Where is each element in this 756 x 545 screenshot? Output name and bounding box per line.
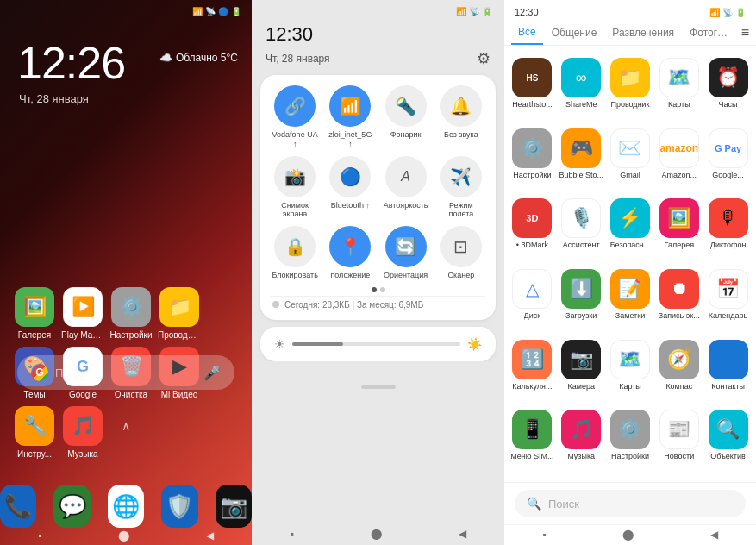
list-item[interactable]: 🗺️ Карты	[654, 53, 703, 123]
qs-item-scanner[interactable]: ⊡ Сканер	[437, 226, 485, 280]
list-item[interactable]: 🔍 Объектив	[703, 404, 753, 475]
list-item[interactable]: ⚙️ Настройки	[508, 123, 557, 194]
list-item[interactable]: 📅 Календарь	[703, 264, 753, 335]
tab-all[interactable]: Все	[511, 21, 543, 45]
qs-rotation-btn[interactable]: 🔄	[385, 226, 427, 267]
nav-home[interactable]: ⬤	[118, 529, 129, 542]
list-item[interactable]: ∞ ShareMe	[557, 53, 606, 123]
list-item[interactable]: 📁 Проводник	[606, 53, 655, 123]
list-item[interactable]: ⏰ Часы	[703, 53, 753, 123]
qs-item-wifi[interactable]: 📶 zloi_inet_5G ↑	[326, 85, 374, 149]
nav-back[interactable]: ◀	[459, 528, 466, 540]
list-item[interactable]: 🔧 Инстру...	[14, 406, 55, 459]
list-item[interactable]: 🎮 Bubble Sto...	[557, 123, 606, 194]
app-label: Безопасн...	[610, 241, 651, 250]
apps-search-bar[interactable]: 🔍 Поиск	[515, 490, 746, 517]
qs-auto-label: Автояркость	[384, 201, 428, 210]
list-item[interactable]: 🖼️ Галерея	[654, 193, 703, 264]
app-icon-music: 🎵	[63, 406, 103, 446]
apps-status-icons: 📶 📡 🔋	[709, 8, 746, 17]
list-item[interactable]: ⬇️ Загрузки	[557, 264, 606, 335]
list-item[interactable]: 🎵 Музыка	[62, 406, 103, 459]
qs-item-screenshot[interactable]: 📸 Снимок экрана	[271, 156, 319, 220]
dock-phone[interactable]: 📞	[0, 485, 36, 528]
qs-item-lock[interactable]: 🔒 Блокировать	[271, 226, 319, 280]
list-item[interactable]: 📝 Заметки	[606, 264, 655, 335]
list-item[interactable]: 📷 Камера	[557, 335, 606, 405]
qs-item-autobrightness[interactable]: A Автояркость	[382, 156, 430, 220]
qs-scanner-btn[interactable]: ⊡	[440, 226, 482, 267]
tab-entertainment[interactable]: Развлечения	[605, 22, 681, 44]
dock-camera[interactable]: 📷	[216, 485, 252, 528]
list-item[interactable]: 🔢 Калькуля...	[508, 335, 557, 405]
list-item[interactable]: 📁 Проводник	[159, 287, 200, 340]
settings-icon[interactable]: ⚙	[477, 49, 490, 68]
list-item[interactable]: ▶️ Play Маркет	[62, 287, 103, 340]
qs-lock-label: Блокировать	[272, 271, 317, 280]
nav-square[interactable]: ▪	[38, 529, 41, 542]
nav-square[interactable]: ▪	[290, 528, 293, 540]
nav-back[interactable]: ◀	[710, 529, 718, 541]
qs-item-rotation[interactable]: 🔄 Ориентация	[382, 226, 430, 280]
qs-flashlight-btn[interactable]: 🔦	[385, 85, 427, 127]
qs-item-airplane[interactable]: ✈️ Режим полета	[437, 156, 485, 220]
nav-home[interactable]: ⬤	[371, 528, 382, 540]
search-inner: G Поиск	[31, 364, 86, 381]
qs-screenshot-btn[interactable]: 📸	[274, 156, 316, 197]
qs-item-flashlight[interactable]: 🔦 Фонарик	[382, 85, 430, 149]
qs-item-mobile[interactable]: 🔗 Vodafone UA ↑	[271, 85, 319, 149]
list-item[interactable]: 🖼️ Галерея	[14, 287, 55, 340]
app-label: ShareMe	[565, 100, 597, 110]
qs-silent-btn[interactable]: 🔔	[440, 85, 482, 127]
list-item[interactable]: △ Диск	[508, 264, 557, 335]
list-item[interactable]: 🎙 Диктофон	[703, 193, 753, 264]
lock-search-bar[interactable]: G Поиск 🎤	[17, 355, 234, 390]
qs-lock-btn[interactable]: 🔒	[274, 226, 316, 267]
list-item[interactable]: 🎙️ Ассистент	[557, 193, 606, 264]
qs-bluetooth-btn[interactable]: 🔵	[329, 156, 371, 197]
list-item[interactable]: 🗺️ Карты	[606, 335, 655, 405]
app-label: Ассистент	[563, 241, 600, 250]
brightness-control[interactable]: ☀ ☀️	[260, 327, 496, 361]
qs-item-location[interactable]: 📍 положение	[326, 226, 374, 280]
list-item[interactable]: ⚙️ Настройки	[606, 404, 655, 475]
apps-search-area[interactable]: 🔍 Поиск	[504, 482, 756, 524]
list-item[interactable]: 🎵 Музыка	[557, 404, 606, 475]
notification-empty-area	[252, 361, 504, 524]
brightness-track[interactable]	[292, 342, 460, 346]
list-item[interactable]: amazon Amazon...	[654, 123, 703, 194]
nav-back[interactable]: ◀	[206, 529, 214, 542]
qs-bluetooth-label: Bluetooth ↑	[331, 201, 370, 210]
list-item[interactable]: 📰 Новости	[654, 404, 703, 475]
weather-text: Облачно 5°C	[176, 52, 238, 64]
list-item[interactable]: ⏺ Запись эк...	[654, 264, 703, 335]
nav-square[interactable]: ▪	[542, 529, 546, 541]
dock-chrome[interactable]: 🌐	[108, 485, 144, 528]
list-item[interactable]: G Pay Google...	[703, 123, 753, 194]
qs-wifi-btn[interactable]: 📶	[329, 85, 371, 127]
list-item[interactable]: ⚡ Безопасн...	[606, 193, 655, 264]
list-item[interactable]: ✉️ Gmail	[606, 123, 655, 194]
dock-security[interactable]: 🛡️	[161, 485, 197, 528]
nav-home[interactable]: ⬤	[622, 529, 634, 541]
app-icon-notes: 📝	[610, 269, 650, 309]
qs-item-bluetooth[interactable]: 🔵 Bluetooth ↑	[326, 156, 374, 220]
list-item[interactable]: ⚙️ Настройки	[110, 287, 152, 340]
qs-airplane-btn[interactable]: ✈️	[440, 156, 482, 197]
apps-menu-icon[interactable]: ≡	[741, 25, 749, 41]
apps-grid: HS Hearthsto... ∞ ShareMe 📁 Проводник 🗺️…	[504, 46, 756, 482]
dock-messages[interactable]: 💬	[53, 485, 90, 528]
qs-location-btn[interactable]: 📍	[329, 226, 371, 267]
tab-photos[interactable]: Фотогра...	[683, 22, 734, 44]
signal-icon: 📶	[192, 7, 203, 16]
list-item[interactable]: 📱 Меню SIM...	[508, 404, 557, 475]
tab-communication[interactable]: Общение	[545, 22, 604, 44]
qs-auto-btn[interactable]: A	[385, 156, 427, 197]
list-item[interactable]: 🧭 Компас	[654, 335, 703, 405]
mic-icon[interactable]: 🎤	[203, 365, 221, 381]
qs-mobile-btn[interactable]: 🔗	[274, 85, 316, 127]
list-item[interactable]: HS Hearthsto...	[508, 53, 557, 123]
list-item[interactable]: 3D • 3DMark	[508, 193, 557, 264]
list-item[interactable]: 👤 Контакты	[703, 335, 753, 405]
qs-item-silent[interactable]: 🔔 Без звука	[437, 85, 485, 149]
